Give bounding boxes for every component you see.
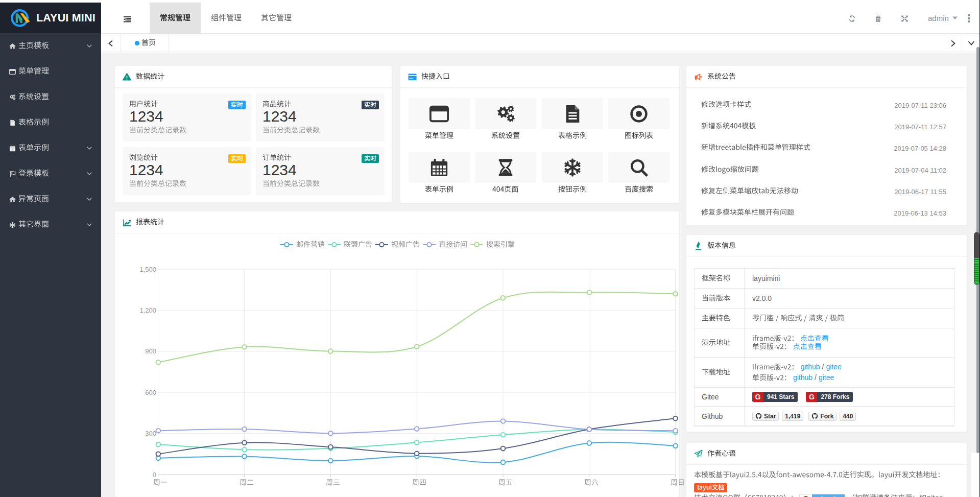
svg-text:1,500: 1,500 bbox=[139, 266, 156, 273]
svg-text:600: 600 bbox=[145, 389, 156, 396]
svg-text:1,200: 1,200 bbox=[139, 306, 156, 314]
svg-text:0: 0 bbox=[153, 471, 156, 479]
svg-text:900: 900 bbox=[145, 347, 156, 355]
svg-text:300: 300 bbox=[145, 430, 156, 437]
